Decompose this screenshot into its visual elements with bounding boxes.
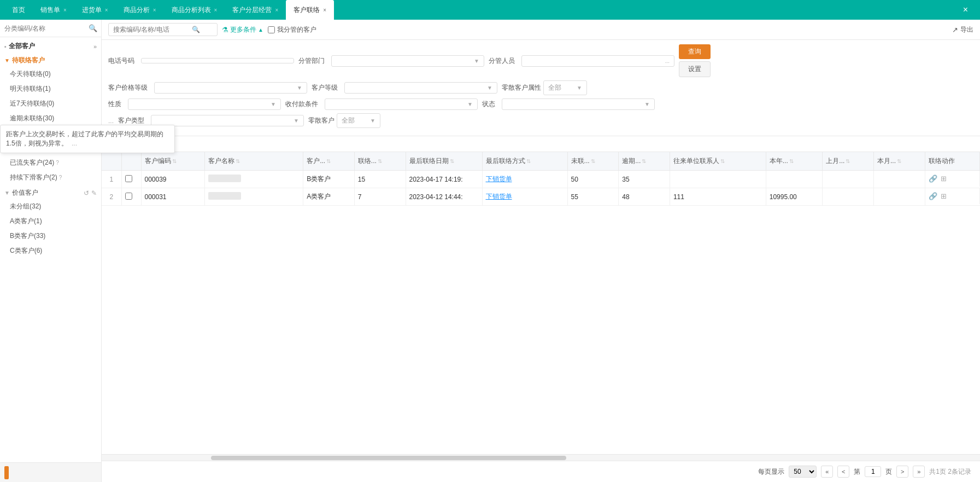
- sort-this-year-icon[interactable]: ⇅: [789, 158, 794, 164]
- first-page-btn[interactable]: «: [821, 466, 833, 478]
- action-link-icon-0[interactable]: 🔗: [929, 175, 937, 183]
- sidebar-item-class-a[interactable]: A类客户(1): [0, 214, 101, 229]
- phone-input[interactable]: [141, 58, 294, 63]
- filter-icon: ⚗: [222, 26, 228, 34]
- last-page-btn[interactable]: »: [913, 466, 925, 478]
- sort-company-contact-icon[interactable]: ⇅: [720, 158, 725, 164]
- per-page-select[interactable]: 102050100: [789, 466, 817, 478]
- more-filter-dots[interactable]: ...: [108, 117, 114, 125]
- sort-no-contact-icon[interactable]: ⇅: [591, 158, 595, 164]
- window-close-btn[interactable]: ×: [955, 5, 976, 15]
- nav-home[interactable]: 首页: [4, 0, 33, 20]
- close-purchase-tab[interactable]: ×: [105, 7, 108, 13]
- customer-grade-select[interactable]: ▼: [344, 82, 497, 94]
- gender-label: 性质: [108, 100, 121, 109]
- sort-method-icon[interactable]: ⇅: [526, 158, 531, 164]
- nav-purchase[interactable]: 进货单 ×: [74, 0, 116, 20]
- sidebar-item-declining[interactable]: 持续下滑客户(2) ?: [0, 170, 101, 185]
- group2-refresh-icon[interactable]: ↺: [84, 189, 89, 197]
- search-box: 🔍: [108, 23, 218, 36]
- table-toolbar: ⚙: [102, 136, 980, 152]
- department-chevron: ▼: [474, 58, 479, 64]
- customer-grade-label: 客户等级: [312, 83, 338, 92]
- search-icon[interactable]: 🔍: [192, 26, 200, 33]
- my-customers-checkbox[interactable]: [268, 26, 275, 33]
- value-customer-group: ▼ 价值客户 ↺ ✎: [0, 185, 101, 199]
- sort-this-month-icon[interactable]: ⇅: [897, 158, 901, 164]
- sort-overdue-icon[interactable]: ⇅: [642, 158, 646, 164]
- price-grade-select[interactable]: ▼: [154, 82, 307, 94]
- manager-select[interactable]: ...: [521, 55, 674, 67]
- nav-product-analysis[interactable]: 商品分析 ×: [116, 0, 164, 20]
- row-checkbox-1[interactable]: [125, 193, 132, 200]
- sidebar-collapse-btn[interactable]: »: [93, 43, 97, 50]
- sidebar-item-class-b[interactable]: B类客户(33): [0, 229, 101, 243]
- filter-bar: 🔍 ⚗ 更多条件 ▲ 我分管的客户 ↗ 导出: [102, 20, 980, 40]
- next-page-btn[interactable]: >: [896, 466, 908, 478]
- action-link-icon-1[interactable]: 🔗: [929, 192, 937, 200]
- close-product-analysis-tab[interactable]: ×: [153, 7, 156, 13]
- cell-this-year-0: [766, 171, 823, 188]
- page-number-input[interactable]: [865, 466, 881, 477]
- sidebar-item-class-c[interactable]: C类客户(6): [0, 243, 101, 258]
- table-row: 2000031A类客户72023-04-12 14:44:下销货单5548111…: [102, 188, 980, 206]
- manager-dots: ...: [665, 58, 670, 64]
- sidebar-search-icon[interactable]: 🔍: [89, 24, 97, 32]
- query-button[interactable]: 查询: [679, 44, 711, 59]
- action-grid-icon-0[interactable]: ⊞: [941, 175, 947, 183]
- th-this-year: 本年... ⇅: [766, 152, 823, 171]
- zero-customer-select[interactable]: 全部 ▼: [337, 113, 380, 128]
- more-conditions-btn[interactable]: ⚗ 更多条件 ▲: [222, 25, 263, 34]
- group2-edit-icon[interactable]: ✎: [91, 189, 97, 197]
- sort-contact-icon[interactable]: ⇅: [378, 158, 382, 164]
- search-input[interactable]: [113, 26, 190, 33]
- sidebar-item-7days[interactable]: 近7天待联络(0): [0, 96, 101, 111]
- th-grade: 客户... ⇅: [303, 152, 355, 171]
- sidebar-search-input[interactable]: [4, 25, 86, 32]
- nav-product-analysis-list[interactable]: 商品分析列表 ×: [164, 0, 225, 20]
- sort-code-icon[interactable]: ⇅: [172, 158, 177, 164]
- customer-type-chevron: ▼: [294, 118, 299, 124]
- all-customers-header: ▪ 全部客户 »: [0, 37, 101, 53]
- th-last-contact-method: 最后联络方式 ⇅: [482, 152, 567, 171]
- status-select[interactable]: ▼: [502, 98, 655, 110]
- export-btn[interactable]: ↗ 导出: [952, 25, 973, 34]
- cell-last-method-1[interactable]: 下销货单: [482, 188, 567, 206]
- nav-customer-tier[interactable]: 客户分层经营 ×: [225, 0, 286, 20]
- nav-customer-contact[interactable]: 客户联络 ×: [286, 0, 334, 20]
- sidebar-item-churned[interactable]: 已流失客户(24) ?: [0, 155, 101, 170]
- close-customer-tier-tab[interactable]: ×: [275, 7, 278, 13]
- department-select[interactable]: ▼: [331, 55, 484, 67]
- orange-indicator: [4, 466, 9, 479]
- close-customer-contact-tab[interactable]: ×: [323, 7, 326, 13]
- nav-sales[interactable]: 销售单 ×: [33, 0, 74, 20]
- row-checkbox-0[interactable]: [125, 175, 132, 182]
- prev-page-btn[interactable]: <: [837, 466, 849, 478]
- zero-scatter-select[interactable]: 全部 ▼: [543, 80, 587, 95]
- th-no-contact: 未联... ⇅: [567, 152, 619, 171]
- sort-last-date-icon[interactable]: ⇅: [450, 158, 454, 164]
- sort-grade-icon[interactable]: ⇅: [326, 158, 331, 164]
- settings-button[interactable]: 设置: [679, 61, 711, 77]
- gender-select[interactable]: ▼: [128, 98, 281, 110]
- payment-label: 收付款条件: [285, 100, 318, 109]
- payment-select[interactable]: ▼: [325, 98, 478, 110]
- sort-last-month-icon[interactable]: ⇅: [846, 158, 850, 164]
- close-sales-tab[interactable]: ×: [63, 7, 67, 13]
- sidebar-item-today[interactable]: 今天待联络(0): [0, 67, 101, 82]
- sidebar-item-overdue[interactable]: 逾期未联络(30): [0, 111, 101, 126]
- table-row: 1000039B类客户152023-04-17 14:19:下销货单5035 🔗…: [102, 171, 980, 188]
- sidebar-item-tomorrow[interactable]: 明天待联络(1): [0, 82, 101, 96]
- cell-contact-count-0: 15: [354, 171, 406, 188]
- table-header-row: 客户编码 ⇅ 客户名称 ⇅ 客户...: [102, 152, 980, 171]
- cell-checkbox-0[interactable]: [121, 171, 141, 188]
- cell-no-contact-1: 55: [567, 188, 619, 206]
- close-product-analysis-list-tab[interactable]: ×: [214, 7, 218, 13]
- cell-checkbox-1[interactable]: [121, 188, 141, 206]
- scroll-thumb[interactable]: [211, 456, 566, 460]
- sort-name-icon[interactable]: ⇅: [236, 158, 240, 164]
- horizontal-scrollbar[interactable]: [102, 454, 980, 461]
- sidebar-item-ungrouped[interactable]: 未分组(32): [0, 199, 101, 214]
- cell-last-method-0[interactable]: 下销货单: [482, 171, 567, 188]
- action-grid-icon-1[interactable]: ⊞: [941, 192, 947, 200]
